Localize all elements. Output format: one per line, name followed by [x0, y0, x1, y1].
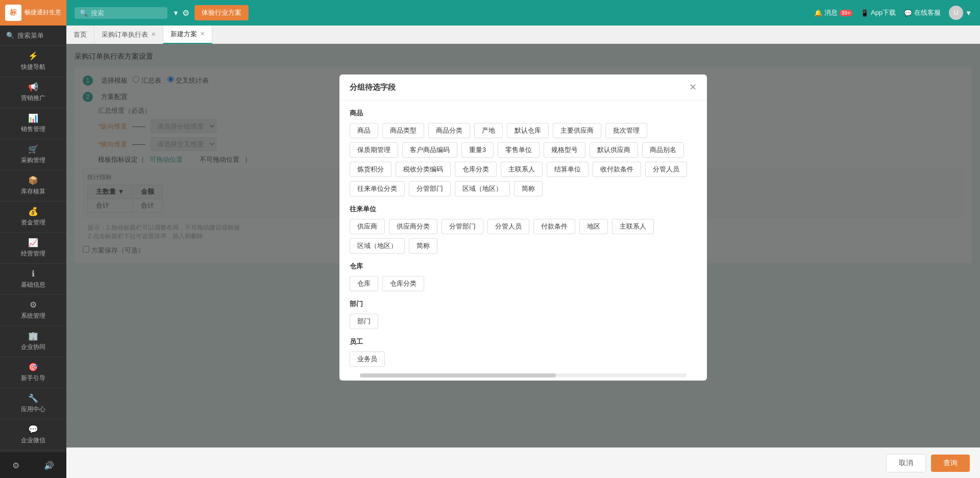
field-settlement-unit[interactable]: 结算单位 — [547, 162, 589, 177]
dept-fields: 部门 — [350, 314, 697, 329]
field-salesperson[interactable]: 业务员 — [350, 351, 385, 367]
partner-section: 往来单位 供应商 供应商分类 分管部门 分管人员 付款条件 地区 主联系人 区域… — [350, 205, 697, 254]
field-goods-type[interactable]: 商品类型 — [382, 123, 424, 138]
field-batch-mgmt[interactable]: 批次管理 — [605, 123, 647, 138]
modal-hscrollbar-container — [339, 371, 707, 381]
modal-close-button[interactable]: ✕ — [689, 82, 697, 93]
sidebar-item-marketing[interactable]: 📢 营销推广 — [0, 77, 66, 108]
field-default-warehouse[interactable]: 默认仓库 — [507, 123, 549, 138]
field-spec-model[interactable]: 规格型号 — [544, 142, 585, 158]
field-warehouse[interactable]: 仓库 — [350, 276, 378, 291]
app-download-label: App下载 — [871, 8, 896, 17]
field-shelf-life[interactable]: 保质期管理 — [350, 142, 398, 158]
online-service-link[interactable]: 💬 在线客服 — [904, 8, 941, 17]
sidebar-item-label: 经营管理 — [21, 249, 45, 258]
field-main-supplier[interactable]: 主要供应商 — [553, 123, 601, 138]
main-area: 🔍 ▼ ⚙ 体验行业方案 🔔 消息 99+ 📱 App下载 💬 在线客服 — [66, 0, 980, 478]
field-weight3[interactable]: 重量3 — [461, 142, 494, 158]
sidebar-item-label: 系统管理 — [21, 312, 45, 320]
top-nav: 🔍 ▼ ⚙ 体验行业方案 🔔 消息 99+ 📱 App下载 💬 在线客服 — [66, 0, 980, 26]
app-download-link[interactable]: 📱 App下载 — [861, 8, 896, 17]
modal-header: 分组待选字段 ✕ — [339, 74, 707, 100]
sidebar-item-basic-info[interactable]: ℹ 基础信息 — [0, 264, 66, 295]
sidebar-item-quick-nav[interactable]: ⚡ 快捷导航 — [0, 46, 66, 77]
sidebar-item-operation[interactable]: 📈 经营管理 — [0, 233, 66, 264]
sidebar-item-label: 采购管理 — [21, 156, 45, 165]
goods-title: 商品 — [350, 109, 697, 118]
online-service-label: 在线客服 — [914, 8, 941, 17]
online-service-icon: 💬 — [904, 9, 912, 17]
audio-bottom-icon[interactable]: 🔊 — [44, 461, 54, 470]
field-partner-dept[interactable]: 分管部门 — [442, 219, 483, 234]
sidebar-item-system[interactable]: ⚙ 系统管理 — [0, 295, 66, 326]
field-main-contact[interactable]: 主联系人 — [501, 162, 543, 177]
app-center-icon: 🔧 — [28, 393, 38, 403]
sidebar-item-app-center[interactable]: 🔧 应用中心 — [0, 388, 66, 419]
field-goods[interactable]: 商品 — [350, 123, 378, 138]
sidebar-search[interactable]: 🔍 搜索菜单 — [0, 26, 66, 46]
field-partner-category[interactable]: 往来单位分类 — [350, 181, 405, 196]
notification-badge[interactable]: 🔔 消息 99+ — [814, 8, 852, 17]
sidebar-item-enterprise[interactable]: 🏢 企业协同 — [0, 326, 66, 357]
tab-home[interactable]: 首页 — [66, 26, 94, 44]
tab-purchase-label: 采购订单执行表 — [102, 30, 148, 39]
logo-icon: 标 — [5, 5, 21, 21]
field-retail-unit[interactable]: 零售单位 — [498, 142, 540, 158]
field-pay-terms[interactable]: 付款条件 — [533, 219, 575, 234]
sidebar-item-newbie[interactable]: 🎯 新手引导 — [0, 357, 66, 388]
search-dropdown-icon[interactable]: ▼ — [173, 9, 179, 17]
field-region[interactable]: 区域（地区） — [455, 181, 510, 196]
field-partner-contact[interactable]: 主联系人 — [612, 219, 654, 234]
tab-purchase-close[interactable]: ✕ — [151, 31, 156, 38]
field-supplier[interactable]: 供应商 — [350, 219, 385, 234]
field-partner-region[interactable]: 区域（地区） — [350, 238, 405, 254]
settings-bottom-icon[interactable]: ⚙ — [12, 461, 19, 470]
user-avatar[interactable]: U ▼ — [949, 6, 972, 20]
field-department[interactable]: 部门 — [350, 314, 378, 329]
notification-icon: 🔔 — [814, 9, 822, 17]
partner-fields: 供应商 供应商分类 分管部门 分管人员 付款条件 地区 主联系人 区域（地区） … — [350, 219, 697, 254]
field-area[interactable]: 地区 — [579, 219, 608, 234]
field-customer-code[interactable]: 客户商品编码 — [402, 142, 457, 158]
content-area: 采购订单执行表方案设置 1 选择模板 汇总表 交叉统计表 2 — [66, 44, 980, 447]
top-search-icon: 🔍 — [80, 9, 88, 17]
field-goods-alias[interactable]: 商品别名 — [642, 142, 684, 158]
field-origin[interactable]: 产地 — [474, 123, 503, 138]
sidebar-item-purchase[interactable]: 🛒 采购管理 — [0, 139, 66, 170]
field-dept[interactable]: 分管部门 — [409, 181, 451, 196]
field-payment-terms[interactable]: 收付款条件 — [593, 162, 641, 177]
tab-purchase-order[interactable]: 采购订单执行表 ✕ — [94, 26, 163, 44]
tab-new-plan-close[interactable]: ✕ — [200, 31, 205, 37]
cancel-button[interactable]: 取消 — [886, 454, 926, 472]
field-goods-category[interactable]: 商品分类 — [428, 123, 470, 138]
modal-hscrollbar[interactable] — [360, 373, 687, 378]
top-search-input[interactable] — [91, 9, 162, 17]
sidebar-item-label: 新手引导 — [21, 374, 45, 383]
sidebar-item-inventory[interactable]: 📦 库存核算 — [0, 170, 66, 202]
tab-new-plan[interactable]: 新建方案 ✕ — [163, 26, 212, 44]
field-warehouse-category[interactable]: 仓库分类 — [455, 162, 497, 177]
sidebar-item-label: 企业协同 — [21, 343, 45, 351]
field-default-supplier[interactable]: 默认供应商 — [590, 142, 638, 158]
field-partner-manager[interactable]: 分管人员 — [487, 219, 529, 234]
field-tax-code[interactable]: 税收分类编码 — [396, 162, 451, 177]
field-supplier-category[interactable]: 供应商分类 — [389, 219, 437, 234]
top-gear-icon[interactable]: ⚙ — [182, 8, 189, 18]
field-short-name[interactable]: 简称 — [514, 181, 543, 196]
field-partner-short[interactable]: 简称 — [409, 238, 437, 254]
sidebar-menu: ⚡ 快捷导航 📢 营销推广 📊 销售管理 🛒 采购管理 📦 库存核算 💰 — [0, 46, 66, 452]
trial-button[interactable]: 体验行业方案 — [194, 5, 249, 20]
goods-fields: 商品 商品类型 商品分类 产地 默认仓库 主要供应商 批次管理 保质期管理 客户… — [350, 123, 697, 196]
sidebar-item-enterprise-wechat[interactable]: 💬 企业微信 — [0, 419, 66, 450]
sidebar-item-finance[interactable]: 💰 资金管理 — [0, 202, 66, 233]
field-warehouse-cat[interactable]: 仓库分类 — [382, 276, 424, 291]
top-search-box[interactable]: 🔍 — [75, 7, 167, 19]
sidebar-item-sales[interactable]: 📊 销售管理 — [0, 108, 66, 139]
field-points[interactable]: 炼货积分 — [350, 162, 391, 177]
field-manager[interactable]: 分管人员 — [645, 162, 687, 177]
bottom-bar: 取消 查询 — [66, 447, 980, 478]
sidebar-item-label: 资金管理 — [21, 218, 45, 227]
newbie-icon: 🎯 — [28, 362, 38, 372]
quick-nav-icon: ⚡ — [28, 51, 38, 61]
confirm-button[interactable]: 查询 — [931, 455, 970, 472]
